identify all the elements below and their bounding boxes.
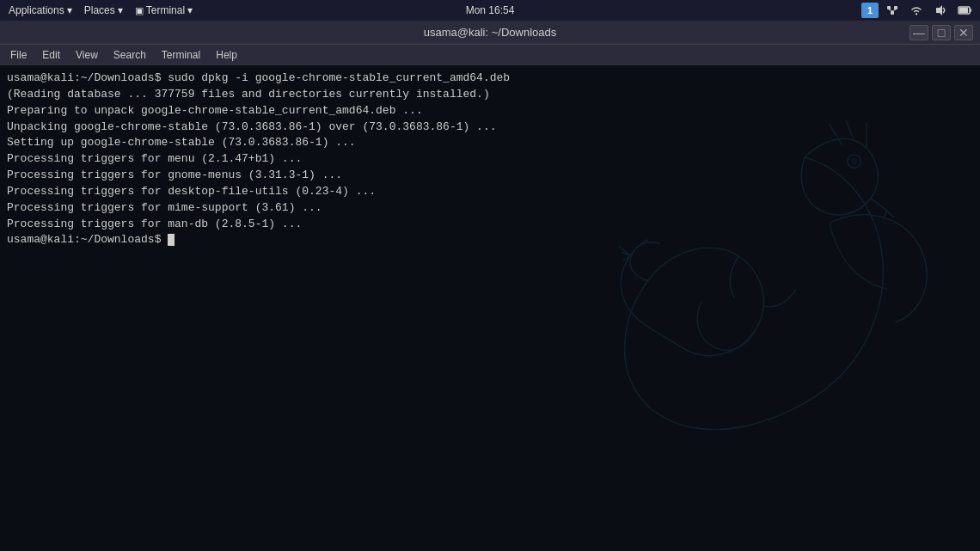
svg-line-3 — [889, 9, 892, 11]
clock: Mon 16:54 — [466, 4, 515, 16]
window-controls: — □ ✕ — [910, 25, 973, 40]
taskbar-right: 1 — [861, 3, 977, 18]
terminal-icon: ▣ — [135, 5, 144, 16]
workspace-indicator[interactable]: 1 — [861, 3, 879, 18]
taskbar: Applications ▾ Places ▾ ▣ Terminal ▾ Mon… — [0, 0, 980, 21]
menu-file[interactable]: File — [3, 47, 34, 63]
restore-button[interactable]: □ — [932, 25, 951, 40]
svg-rect-2 — [891, 11, 894, 15]
taskbar-left: Applications ▾ Places ▾ ▣ Terminal ▾ — [3, 3, 198, 18]
svg-rect-0 — [887, 6, 891, 9]
places-menu[interactable]: Places ▾ — [79, 3, 128, 18]
places-chevron: ▾ — [118, 4, 123, 16]
terminal-menubar: File Edit View Search Terminal Help — [0, 45, 980, 65]
menu-terminal[interactable]: Terminal — [155, 47, 207, 63]
menu-edit[interactable]: Edit — [35, 47, 67, 63]
terminal-chevron: ▾ — [187, 4, 193, 16]
applications-label: Applications — [9, 4, 64, 16]
applications-chevron: ▾ — [67, 4, 72, 16]
terminal-window-title: usama@kali: ~/Downloads — [424, 26, 556, 39]
terminal-window: usama@kali: ~/Downloads — □ ✕ File Edit … — [0, 21, 980, 551]
menu-help[interactable]: Help — [209, 47, 244, 63]
svg-line-4 — [892, 9, 896, 11]
terminal-menu[interactable]: ▣ Terminal ▾ — [130, 3, 198, 18]
places-label: Places — [84, 4, 115, 16]
wifi-tray-icon[interactable] — [906, 3, 927, 18]
svg-marker-6 — [936, 5, 942, 15]
close-button[interactable]: ✕ — [954, 25, 973, 40]
svg-rect-9 — [970, 9, 971, 12]
terminal-titlebar: usama@kali: ~/Downloads — □ ✕ — [0, 21, 980, 45]
applications-menu[interactable]: Applications ▾ — [3, 3, 77, 18]
minimize-button[interactable]: — — [910, 25, 928, 40]
network-tray-icon[interactable] — [882, 3, 903, 18]
battery-tray-icon[interactable] — [954, 3, 977, 18]
svg-rect-1 — [894, 6, 897, 9]
menu-view[interactable]: View — [69, 47, 105, 63]
sound-tray-icon[interactable] — [930, 3, 951, 18]
svg-rect-8 — [959, 8, 968, 13]
menu-search[interactable]: Search — [107, 47, 153, 63]
terminal-label: Terminal — [146, 4, 185, 16]
svg-point-5 — [916, 14, 917, 15]
terminal-content[interactable]: usama@kali:~/Downloads$ sudo dpkg -i goo… — [0, 65, 980, 551]
terminal-output: usama@kali:~/Downloads$ sudo dpkg -i goo… — [7, 70, 973, 248]
